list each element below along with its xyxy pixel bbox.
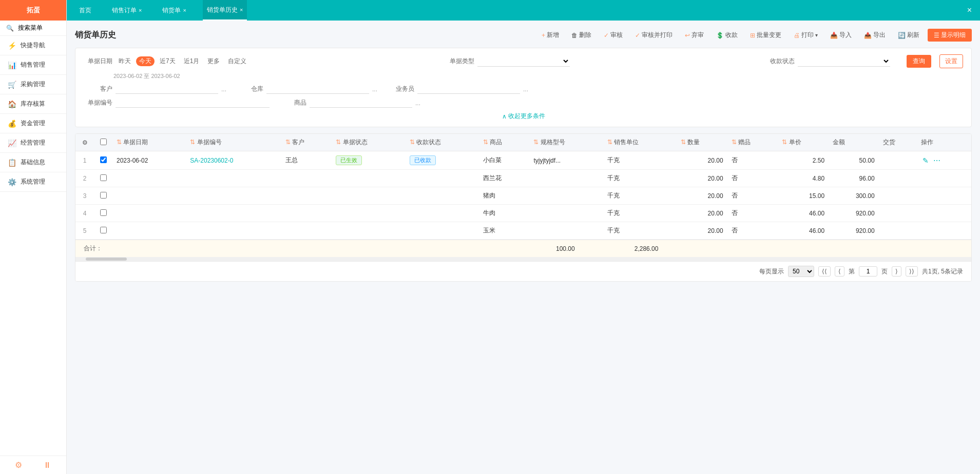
cell-customer	[281, 205, 332, 222]
row-checkbox[interactable]	[100, 174, 107, 181]
sort-icon[interactable]: ⇅	[410, 139, 415, 146]
edit-action-icon[interactable]: ✎	[923, 156, 929, 165]
tab-home[interactable]: 首页	[75, 0, 95, 21]
page-number-input[interactable]	[859, 266, 877, 276]
collapse-button[interactable]: ∧ 收起更多条件	[84, 112, 963, 121]
cell-unit-price: 15.00	[778, 187, 829, 205]
select-all-checkbox[interactable]	[100, 139, 107, 145]
filter-salesperson: 业务员 ...	[386, 84, 528, 94]
cell-goods: 猪肉	[479, 187, 530, 205]
first-page-button[interactable]: ⟨⟨	[818, 266, 831, 276]
cell-checkbox[interactable]	[94, 151, 112, 170]
sidebar-item-quick-nav[interactable]: ⚡ 快捷导航	[0, 36, 66, 55]
sort-icon[interactable]: ⇅	[117, 139, 122, 146]
export-icon: 📤	[864, 32, 872, 39]
scroll-thumb[interactable]	[86, 258, 127, 261]
settings-button[interactable]: 设置	[939, 54, 963, 68]
sort-icon[interactable]: ⇅	[533, 139, 539, 146]
sort-icon[interactable]: ⇅	[190, 139, 195, 146]
table-row: 2 西兰花 千克 20.00 否 4.80 96.00	[75, 170, 971, 187]
more-action-icon[interactable]: ⋯	[933, 156, 940, 165]
cell-goods: 牛肉	[479, 205, 530, 222]
tab-close-sales-order[interactable]: ×	[139, 7, 142, 13]
warehouse-input[interactable]	[266, 84, 369, 94]
sidebar-item-inventory[interactable]: 🏠 库存核算	[0, 94, 66, 114]
sidebar-item-system[interactable]: ⚙️ 系统管理	[0, 172, 66, 192]
cell-checkbox[interactable]	[94, 222, 112, 240]
import-button[interactable]: 📥 导入	[826, 29, 856, 42]
tab-close-sales-history[interactable]: ×	[240, 7, 243, 13]
col-doc-number: ⇅ 单据编号	[186, 134, 281, 151]
goods-dots[interactable]: ...	[415, 100, 420, 107]
sidebar-item-purchase-mgmt[interactable]: 🛒 采购管理	[0, 75, 66, 94]
date-pill-yesterday[interactable]: 昨天	[116, 56, 134, 66]
sort-icon[interactable]: ⇅	[782, 139, 787, 146]
settings-bottom-icon[interactable]: ⚙	[15, 460, 22, 470]
tab-sales-order[interactable]: 销售订单 ×	[108, 0, 146, 21]
date-pill-today[interactable]: 今天	[136, 56, 155, 66]
print-button[interactable]: 🖨 打印	[790, 29, 822, 42]
audit-button[interactable]: ✓ 审核	[600, 29, 627, 42]
new-button[interactable]: + 新增	[537, 29, 563, 42]
sort-icon[interactable]: ⇅	[336, 139, 341, 146]
sidebar-item-basic-info[interactable]: 📋 基础信息	[0, 153, 66, 172]
tab-sales-delivery[interactable]: 销货单 ×	[158, 0, 190, 21]
col-settings[interactable]: ⚙	[75, 134, 94, 151]
table-settings-icon[interactable]: ⚙	[82, 139, 88, 146]
export-button[interactable]: 📤 导出	[860, 29, 890, 42]
sidebar-item-search-menu[interactable]: 🔍 搜索菜单	[0, 21, 66, 36]
salesperson-input[interactable]	[417, 84, 520, 94]
per-page-select[interactable]: 50 20 100 200	[788, 266, 814, 277]
tab-sales-history[interactable]: 销货单历史 ×	[203, 0, 247, 21]
sort-icon[interactable]: ⇅	[732, 139, 737, 146]
prev-page-button[interactable]: ⟨	[835, 266, 844, 276]
sort-icon[interactable]: ⇅	[681, 139, 686, 146]
sidebar-item-finance[interactable]: 💰 资金管理	[0, 114, 66, 133]
abandon-button[interactable]: ↩ 弃审	[681, 29, 708, 42]
close-all-tabs[interactable]: ×	[967, 6, 972, 15]
date-pill-1month[interactable]: 近1月	[181, 56, 203, 66]
sort-icon[interactable]: ⇅	[285, 139, 291, 146]
toolbar: + 新增 🗑 删除 ✓ 审核 ✓ 审核并打印 ↩ 弃审	[537, 29, 972, 42]
cell-checkbox[interactable]	[94, 170, 112, 187]
sort-icon[interactable]: ⇅	[607, 139, 612, 146]
goods-input[interactable]	[310, 98, 412, 108]
goods-label: 商品	[278, 98, 306, 107]
collect-button[interactable]: 💲 收款	[712, 29, 742, 42]
date-pill-7days[interactable]: 近7天	[157, 56, 179, 66]
refresh-button[interactable]: 🔄 刷新	[894, 29, 924, 42]
row-checkbox[interactable]	[100, 192, 107, 199]
row-checkbox[interactable]	[100, 209, 107, 216]
doc-type-select[interactable]	[477, 56, 570, 67]
cell-checkbox[interactable]	[94, 205, 112, 222]
date-pill-more[interactable]: 更多	[204, 56, 223, 66]
salesperson-dots[interactable]: ...	[523, 86, 528, 93]
audit-print-button[interactable]: ✓ 审核并打印	[631, 29, 677, 42]
filter-row-2: 客户 ... 仓库 ... 业务员 ...	[84, 84, 963, 94]
collect-status-select[interactable]	[798, 56, 890, 67]
batch-change-button[interactable]: ⊞ 批量变更	[746, 29, 785, 42]
row-checkbox[interactable]	[100, 156, 107, 163]
cell-checkbox[interactable]	[94, 187, 112, 205]
tab-close-sales-delivery[interactable]: ×	[183, 7, 186, 13]
doc-number-input[interactable]	[116, 98, 270, 108]
quick-nav-icon: ⚡	[8, 42, 16, 50]
collapse-sidebar-icon[interactable]: ⏸	[43, 461, 51, 470]
row-checkbox[interactable]	[100, 227, 107, 233]
delete-button[interactable]: 🗑 删除	[567, 29, 595, 42]
customer-dots[interactable]: ...	[221, 86, 226, 93]
cell-unit-price: 4.80	[778, 170, 829, 187]
next-page-button[interactable]: ⟩	[892, 266, 901, 276]
date-pill-custom[interactable]: 自定义	[225, 56, 249, 66]
sidebar-item-sales-mgmt[interactable]: 📊 销售管理	[0, 55, 66, 75]
sort-icon[interactable]: ⇅	[483, 139, 488, 146]
last-page-button[interactable]: ⟩⟩	[906, 266, 918, 276]
show-detail-button[interactable]: ☰ 显示明细	[928, 29, 972, 42]
warehouse-dots[interactable]: ...	[372, 86, 377, 93]
customer-input[interactable]	[116, 84, 218, 94]
table-scrollbar[interactable]	[75, 257, 971, 261]
doc-number-link[interactable]: SA-20230602-0	[190, 157, 233, 164]
sidebar-item-operations[interactable]: 📈 经营管理	[0, 133, 66, 153]
query-button[interactable]: 查询	[907, 55, 931, 68]
col-checkbox[interactable]	[94, 134, 112, 151]
